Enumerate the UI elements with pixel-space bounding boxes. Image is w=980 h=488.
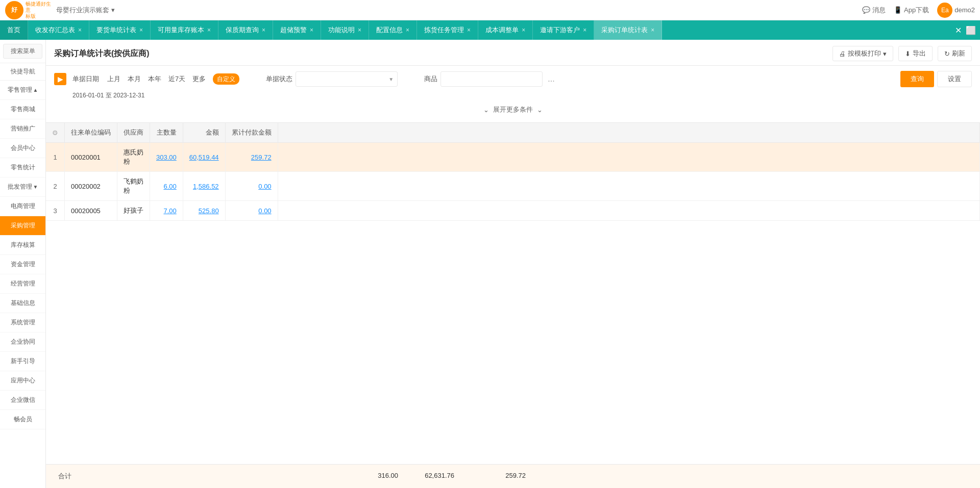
- sidebar-item-finance-mgmt[interactable]: 资金管理: [0, 255, 45, 274]
- shortcut-last-month[interactable]: 上月: [105, 73, 122, 85]
- tab-receive-summary[interactable]: 收发存汇总表 ×: [28, 20, 89, 40]
- sidebar-item-retail-mgmt[interactable]: 零售管理 ▲: [0, 81, 45, 100]
- tab-cost-adjust[interactable]: 成本调整单 ×: [478, 20, 533, 40]
- sidebar-item-retail-stats[interactable]: 零售统计: [0, 158, 45, 177]
- close-tab-invite-downstream[interactable]: ×: [583, 27, 586, 34]
- close-tab-pick-task[interactable]: ×: [467, 27, 471, 34]
- filter-area: ▶ 单据日期 上月 本月 本年 近7天 更多 自定义 单据状态: [46, 66, 980, 123]
- sidebar-search-section: 搜索菜单: [0, 40, 45, 63]
- top-bar: 好 畅捷通好生意 标版 母婴行业演示账套 ▾ 💬 消息 📱 App下载 Ea d…: [0, 0, 980, 20]
- refresh-btn[interactable]: ↻ 刷新: [938, 46, 972, 61]
- export-btn[interactable]: ⬇ 导出: [898, 46, 933, 61]
- chevron-down-icon: ⌄: [483, 106, 489, 114]
- filter-toggle-btn[interactable]: ▶: [54, 73, 66, 85]
- sidebar-item-app-center[interactable]: 应用中心: [0, 371, 45, 391]
- expand-more-btn[interactable]: ⌄ 展开更多条件 ⌄: [54, 102, 972, 117]
- goods-filter-input[interactable]: [440, 71, 543, 87]
- sidebar-item-system-mgmt[interactable]: 系统管理: [0, 313, 45, 332]
- workspace-selector[interactable]: 母婴行业演示账套 ▾: [56, 6, 117, 15]
- tab-config-info[interactable]: 配置信息 ×: [369, 20, 417, 40]
- status-select[interactable]: [296, 71, 398, 87]
- chevron-down-icon: ▾: [111, 6, 115, 14]
- close-tab-purchase-summary[interactable]: ×: [651, 27, 654, 34]
- table-row[interactable]: 1 00020001 惠氏奶粉 303.00 60,519.44 259.72: [46, 143, 980, 172]
- sidebar-item-purchase-mgmt[interactable]: 采购管理: [0, 216, 45, 236]
- shortcut-7days[interactable]: 近7天: [166, 73, 187, 85]
- column-settings-icon[interactable]: ⚙: [52, 129, 58, 137]
- user-menu[interactable]: Ea demo2: [937, 3, 975, 18]
- export-icon: ⬇: [905, 50, 911, 58]
- shortcut-more[interactable]: 更多: [190, 73, 208, 85]
- col-supplier-code-header: 往来单位编码: [65, 123, 117, 143]
- nav-tabs-bar: 首页 收发存汇总表 × 要货单统计表 × 可用量库存账本 × 保质期查询 × 超…: [0, 20, 980, 40]
- row-1-main-qty[interactable]: 303.00: [150, 143, 183, 172]
- row-3-paid-amount[interactable]: 0.00: [225, 201, 278, 221]
- goods-ellipsis-btn[interactable]: ...: [548, 74, 554, 84]
- sidebar-item-operation-mgmt[interactable]: 经营管理: [0, 274, 45, 294]
- app-download-btn[interactable]: 📱 App下载: [894, 6, 929, 15]
- close-tab-receive-summary[interactable]: ×: [78, 27, 82, 34]
- tab-usable-stock[interactable]: 可用量库存账本 ×: [151, 20, 218, 40]
- tab-overstock-warning[interactable]: 超储预警 ×: [273, 20, 321, 40]
- quick-nav-btn[interactable]: 快捷导航: [0, 63, 45, 81]
- tab-purchase-summary[interactable]: 采购订单统计表 ×: [594, 20, 662, 40]
- message-btn[interactable]: 💬 消息: [862, 6, 886, 15]
- row-2-amount[interactable]: 1,586.52: [183, 172, 225, 201]
- tab-invite-downstream[interactable]: 邀请下游客户 ×: [533, 20, 594, 40]
- row-3-amount[interactable]: 525.80: [183, 201, 225, 221]
- col-supplier-name-header: 供应商: [117, 123, 150, 143]
- footer-row: 合计 316.00 62,631.76 259.72: [52, 469, 974, 484]
- page-header: 采购订单统计表(按供应商) 🖨 按模板打印 ▾ ⬇ 导出 ↻ 刷新: [46, 40, 980, 66]
- row-3-main-qty[interactable]: 7.00: [150, 201, 183, 221]
- sidebar-item-member-center[interactable]: 会员中心: [0, 139, 45, 158]
- close-tab-usable-stock[interactable]: ×: [207, 27, 211, 34]
- row-2-paid-amount[interactable]: 0.00: [225, 172, 278, 201]
- sidebar-item-enterprise-wechat[interactable]: 企业微信: [0, 391, 45, 410]
- print-btn[interactable]: 🖨 按模板打印 ▾: [832, 46, 893, 61]
- shortcut-this-year[interactable]: 本年: [146, 73, 163, 85]
- sidebar-item-new-guide[interactable]: 新手引导: [0, 352, 45, 371]
- row-3-supplier-name: 好孩子: [117, 201, 150, 221]
- row-1-paid-amount[interactable]: 259.72: [225, 143, 278, 172]
- goods-filter-label: 商品: [424, 74, 437, 84]
- sidebar-item-ecommerce-mgmt[interactable]: 电商管理: [0, 197, 45, 216]
- col-extra-header: [278, 123, 979, 143]
- row-2-main-qty[interactable]: 6.00: [150, 172, 183, 201]
- maximize-icon[interactable]: ⬜: [966, 25, 976, 35]
- close-tab-warranty-query[interactable]: ×: [262, 27, 265, 34]
- sidebar-item-wholesale-mgmt[interactable]: 批发管理 ▼: [0, 177, 45, 197]
- row-1-extra: [278, 143, 979, 172]
- row-3-extra: [278, 201, 979, 221]
- close-all-tabs-icon[interactable]: ✕: [955, 25, 962, 35]
- search-menu-btn[interactable]: 搜索菜单: [3, 44, 42, 59]
- sidebar-item-marketing[interactable]: 营销推广: [0, 119, 45, 139]
- shortcut-this-month[interactable]: 本月: [126, 73, 143, 85]
- chevron-down-icon: ▾: [883, 50, 887, 58]
- settings-btn[interactable]: 设置: [937, 71, 972, 87]
- close-tab-cost-adjust[interactable]: ×: [522, 27, 525, 34]
- tab-home[interactable]: 首页: [0, 20, 28, 40]
- tab-order-summary[interactable]: 要货单统计表 ×: [89, 20, 151, 40]
- sidebar-item-enterprise-coop[interactable]: 企业协同: [0, 332, 45, 352]
- custom-date-tag[interactable]: 自定义: [213, 73, 239, 85]
- status-filter-field: 单据状态: [266, 71, 398, 87]
- table-row[interactable]: 2 00020002 飞鹤奶粉 6.00 1,586.52 0.00: [46, 172, 980, 201]
- tab-warranty-query[interactable]: 保质期查询 ×: [218, 20, 273, 40]
- close-tab-config-info[interactable]: ×: [406, 27, 409, 34]
- sidebar-item-stock-check[interactable]: 库存核算: [0, 236, 45, 255]
- table-row[interactable]: 3 00020005 好孩子 7.00 525.80 0.00: [46, 201, 980, 221]
- sidebar-item-retail-shop[interactable]: 零售商城: [0, 100, 45, 119]
- close-tab-overstock-warning[interactable]: ×: [310, 27, 313, 34]
- tab-function-desc[interactable]: 功能说明 ×: [321, 20, 369, 40]
- close-tab-function-desc[interactable]: ×: [358, 27, 361, 34]
- logo-area: 好 畅捷通好生意 标版: [5, 1, 51, 19]
- sidebar-item-basic-info[interactable]: 基础信息: [0, 294, 45, 313]
- table-body: 1 00020001 惠氏奶粉 303.00 60,519.44 259.72 …: [46, 143, 980, 221]
- sidebar-item-free-member[interactable]: 畅会员: [0, 410, 45, 429]
- query-btn[interactable]: 查询: [900, 71, 934, 87]
- row-2-idx: 2: [46, 172, 65, 201]
- goods-filter-field: 商品 ...: [424, 71, 554, 87]
- tab-pick-task[interactable]: 拣货任务管理 ×: [417, 20, 478, 40]
- close-tab-order-summary[interactable]: ×: [139, 27, 143, 34]
- row-1-amount[interactable]: 60,519.44: [183, 143, 225, 172]
